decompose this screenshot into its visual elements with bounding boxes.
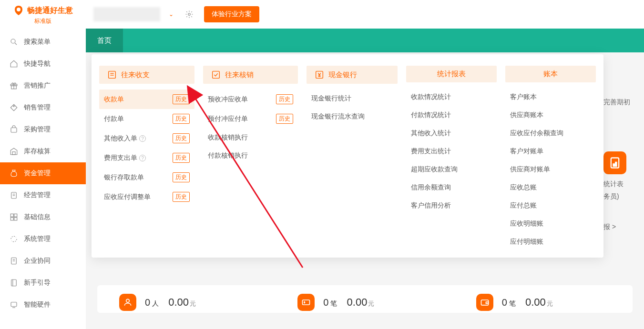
history-tag[interactable]: 历史 — [276, 94, 293, 104]
clipboard-icon — [10, 191, 18, 199]
nav-basedata[interactable]: 基础信息 — [0, 206, 86, 228]
stat-card: 0人 0.00元 — [97, 294, 276, 311]
svg-point-6 — [13, 106, 14, 107]
nav-marketing[interactable]: 营销推广 — [0, 75, 86, 97]
nav-label: 新手引导 — [24, 279, 51, 287]
nav-label: 营销推广 — [24, 81, 51, 90]
mega-col-cashbank: 现金银行 现金银行统计 现金银行流水查询 — [307, 66, 397, 251]
device-icon — [10, 300, 18, 309]
menu-item-receipt-bill[interactable]: 收款单 历史 — [99, 90, 194, 109]
nav-label: 快捷导航 — [24, 60, 51, 68]
help-icon[interactable]: ? — [139, 135, 146, 142]
svg-rect-15 — [14, 218, 17, 220]
nav-sales[interactable]: 销售管理 — [0, 97, 86, 119]
industry-plan-button[interactable]: 体验行业方案 — [204, 6, 259, 22]
menu-item-payment-stat[interactable]: 付款情况统计 — [406, 106, 497, 124]
menu-item-label: 付款单 — [104, 115, 124, 122]
menu-item-ap-detail[interactable]: 应付明细账 — [505, 233, 596, 251]
menu-item-label: 应收明细账 — [510, 219, 543, 228]
nav-inventory[interactable]: 库存核算 — [0, 140, 86, 162]
svg-point-23 — [188, 13, 191, 16]
nav-operation[interactable]: 经营管理 — [0, 184, 86, 206]
report-quick-icon[interactable] — [603, 151, 626, 174]
nav-purchase[interactable]: 采购管理 — [0, 119, 86, 140]
svg-rect-24 — [109, 71, 116, 79]
menu-item-label: 应收应付余额查询 — [510, 129, 563, 138]
history-tag[interactable]: 历史 — [173, 153, 190, 163]
menu-item-label: 其他收入单 — [104, 134, 137, 142]
history-tag[interactable]: 历史 — [276, 114, 293, 124]
menu-item-payment-bill[interactable]: 付款单 历史 — [99, 109, 194, 129]
peek-text[interactable]: 报 > — [603, 221, 644, 233]
help-icon[interactable]: ? — [139, 155, 146, 161]
stat-value: 0笔 0.00元 — [323, 296, 374, 309]
svg-rect-27 — [212, 71, 219, 79]
menu-item-overdue-ar[interactable]: 超期应收款查询 — [406, 160, 497, 179]
history-tag[interactable]: 历史 — [173, 192, 190, 202]
menu-item-label: 应收总账 — [510, 183, 537, 192]
history-tag[interactable]: 历史 — [173, 172, 190, 182]
menu-item-ar-general[interactable]: 应收总账 — [505, 179, 596, 197]
tab-home[interactable]: 首页 — [86, 29, 123, 52]
brand-logo-icon — [13, 5, 24, 16]
org-dropdown-toggle[interactable]: ⌄ — [165, 11, 177, 18]
menu-item-label: 现金银行流水查询 — [311, 112, 365, 121]
topbar: ⌄ 体验行业方案 — [86, 0, 644, 29]
nav-funds[interactable]: 资金管理 — [0, 162, 86, 184]
menu-item-receipt-verify-exec[interactable]: 收款核销执行 — [203, 129, 298, 147]
history-tag[interactable]: 历史 — [173, 94, 190, 104]
nav-label: 搜索菜单 — [24, 38, 51, 46]
menu-item-receipt-stat[interactable]: 收款情况统计 — [406, 88, 497, 106]
nav-coop[interactable]: 企业协同 — [0, 250, 86, 272]
nav-guide[interactable]: 新手引导 — [0, 272, 86, 294]
cart-icon — [10, 125, 18, 134]
menu-item-expense[interactable]: 费用支出单? 历史 — [99, 148, 194, 168]
menu-item-ap-general[interactable]: 应付总账 — [505, 197, 596, 215]
menu-item-ar-detail[interactable]: 应收明细账 — [505, 215, 596, 233]
stat-money-icon — [297, 294, 315, 311]
mega-col-header: 往来收支 — [99, 66, 194, 84]
menu-item-arap-balance[interactable]: 应收应付余额查询 — [505, 124, 596, 142]
sidebar: 畅捷通好生意 标准版 搜索菜单 快捷导航 营销推广 销售管理 — [0, 0, 86, 329]
menu-item-label: 收款情况统计 — [411, 93, 451, 101]
menu-item-arap-adjust[interactable]: 应收应付调整单 历史 — [99, 187, 194, 207]
settings-button[interactable] — [182, 7, 196, 21]
svg-rect-21 — [11, 302, 17, 307]
nav-system[interactable]: 系统管理 — [0, 228, 86, 250]
menu-item-prepay-offset[interactable]: 预付冲应付单 历史 — [203, 109, 298, 129]
menu-item-vendor-ledger[interactable]: 供应商账本 — [505, 106, 596, 124]
menu-item-cashbank-stat[interactable]: 现金银行统计 — [307, 90, 397, 108]
nav-label: 基础信息 — [24, 213, 51, 221]
mega-col-title: 往来收支 — [121, 70, 150, 80]
svg-rect-19 — [11, 279, 17, 286]
menu-item-payment-verify-exec[interactable]: 付款核销执行 — [203, 147, 298, 165]
menu-item-customer-ledger[interactable]: 客户账本 — [505, 88, 596, 106]
history-tag[interactable]: 历史 — [173, 133, 190, 143]
nav-list: 搜索菜单 快捷导航 营销推广 销售管理 采购管理 库存核算 — [0, 31, 86, 316]
mega-col-header: 往来核销 — [203, 66, 298, 84]
menu-item-otherincome-stat[interactable]: 其他收入统计 — [406, 124, 497, 142]
menu-item-label: 费用支出统计 — [411, 147, 451, 156]
menu-item-credit-balance[interactable]: 信用余额查询 — [406, 179, 497, 197]
nav-quicknav[interactable]: 快捷导航 — [0, 53, 86, 75]
menu-item-label: 客户信用分析 — [411, 201, 451, 210]
nav-search[interactable]: 搜索菜单 — [0, 31, 86, 53]
nav-hardware[interactable]: 智能硬件 — [0, 294, 86, 316]
svg-rect-12 — [10, 214, 13, 217]
menu-item-bank-transfer[interactable]: 银行存取款单 历史 — [99, 168, 194, 187]
mega-col-header: 账本 — [505, 66, 596, 82]
menu-item-customer-statement[interactable]: 客户对账单 — [505, 142, 596, 160]
menu-item-other-income[interactable]: 其他收入单? 历史 — [99, 129, 194, 148]
stat-card: 0笔 0.00元 — [454, 294, 633, 311]
mega-col-reports: 统计报表 收款情况统计 付款情况统计 其他收入统计 费用支出统计 超期应收款查询… — [406, 66, 497, 251]
menu-item-credit-analysis[interactable]: 客户信用分析 — [406, 197, 497, 215]
search-icon — [10, 38, 18, 46]
svg-rect-34 — [486, 302, 488, 303]
menu-item-cashbank-flow[interactable]: 现金银行流水查询 — [307, 108, 397, 126]
peek-text: 务员) — [603, 190, 644, 203]
history-tag[interactable]: 历史 — [173, 114, 190, 124]
menu-item-vendor-statement[interactable]: 供应商对账单 — [505, 160, 596, 179]
menu-item-expense-stat[interactable]: 费用支出统计 — [406, 142, 497, 160]
menu-item-prereceipt-offset[interactable]: 预收冲应收单 历史 — [203, 90, 298, 109]
menu-item-label: 应收应付调整单 — [104, 193, 151, 200]
